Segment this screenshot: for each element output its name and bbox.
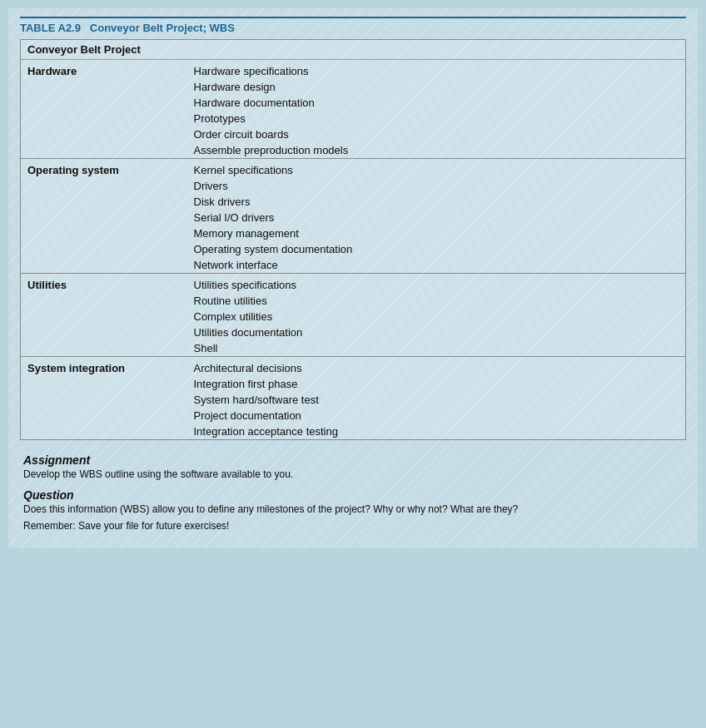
category-cell [21,178,187,194]
table-id: TABLE A2.9 [20,22,81,34]
table-row: Prototypes [21,111,686,126]
category-cell [21,423,187,440]
item-cell: Serial I/O drivers [187,210,686,225]
category-cell: Hardware [21,60,187,79]
table-row: Routine utilities [21,293,686,309]
item-cell: Memory management [187,225,686,241]
table-row: Order circuit boards [21,126,686,142]
category-cell [21,324,187,340]
table-row: HardwareHardware specifications [21,60,686,79]
category-cell [21,79,187,95]
category-cell [21,241,187,257]
category-cell [21,340,187,357]
item-cell: Prototypes [187,111,686,126]
item-cell: System hard/software test [187,392,686,408]
page-container: TABLE A2.9 Conveyor Belt Project; WBS Co… [8,8,698,548]
table-row: Assemble preproduction models [21,142,686,159]
category-cell [21,111,187,126]
item-cell: Hardware documentation [187,95,686,111]
item-cell: Network interface [187,257,686,274]
table-row: Hardware documentation [21,95,686,111]
category-cell: Operating system [21,159,187,178]
item-cell: Disk drivers [187,194,686,210]
table-row: Disk drivers [21,194,686,210]
table-row: Memory management [21,225,686,241]
project-title-row: Conveyor Belt Project [21,40,686,60]
section-table-3: System integrationArchitectural decision… [20,357,686,440]
item-cell: Drivers [187,178,686,194]
table-row: Hardware design [21,79,686,95]
table-row: Drivers [21,178,686,194]
assignment-text: Develop the WBS outline using the softwa… [23,468,683,480]
table-title: TABLE A2.9 Conveyor Belt Project; WBS [20,17,686,34]
section-table-1: Operating systemKernel specificationsDri… [20,159,686,274]
table-row: Integration first phase [21,376,686,392]
table-row: Serial I/O drivers [21,210,686,225]
item-cell: Routine utilities [187,293,686,309]
project-title: Conveyor Belt Project [21,40,686,60]
table-row: System integrationArchitectural decision… [21,357,686,376]
item-cell: Integration first phase [187,376,686,392]
category-cell [21,95,187,111]
item-cell: Project documentation [187,408,686,423]
assignment-section: Assignment Develop the WBS outline using… [20,453,686,532]
table-row: Operating system documentation [21,241,686,257]
category-cell [21,210,187,225]
item-cell: Utilities specifications [187,274,686,293]
category-cell [21,376,187,392]
question-text: Does this information (WBS) allow you to… [23,503,683,515]
category-cell: Utilities [21,274,187,293]
table-row: Network interface [21,257,686,274]
category-cell [21,257,187,274]
category-cell [21,225,187,241]
table-row: Project documentation [21,408,686,423]
item-cell: Utilities documentation [187,324,686,340]
item-cell: Order circuit boards [187,126,686,142]
category-cell [21,142,187,159]
table-row: Complex utilities [21,309,686,324]
item-cell: Assemble preproduction models [187,142,686,159]
category-cell [21,408,187,423]
category-cell [21,392,187,408]
table-subtitle: Conveyor Belt Project; WBS [90,22,235,34]
item-cell: Integration acceptance testing [187,423,686,440]
category-cell: System integration [21,357,187,376]
item-cell: Hardware specifications [187,60,686,79]
table-row: Utilities documentation [21,324,686,340]
category-cell [21,126,187,142]
item-cell: Architectural decisions [187,357,686,376]
table-row: Integration acceptance testing [21,423,686,440]
wbs-table: Conveyor Belt Project [20,39,686,60]
item-cell: Operating system documentation [187,241,686,257]
assignment-title: Assignment [23,453,683,467]
remember-text: Remember: Save your file for future exer… [23,520,683,532]
table-row: UtilitiesUtilities specifications [21,274,686,293]
category-cell [21,293,187,309]
section-table-2: UtilitiesUtilities specificationsRoutine… [20,274,686,357]
question-title: Question [23,488,683,502]
item-cell: Shell [187,340,686,357]
table-row: System hard/software test [21,392,686,408]
section-table-0: HardwareHardware specificationsHardware … [20,60,686,159]
item-cell: Complex utilities [187,309,686,324]
category-cell [21,309,187,324]
table-row: Operating systemKernel specifications [21,159,686,178]
category-cell [21,194,187,210]
table-row: Shell [21,340,686,357]
item-cell: Kernel specifications [187,159,686,178]
item-cell: Hardware design [187,79,686,95]
